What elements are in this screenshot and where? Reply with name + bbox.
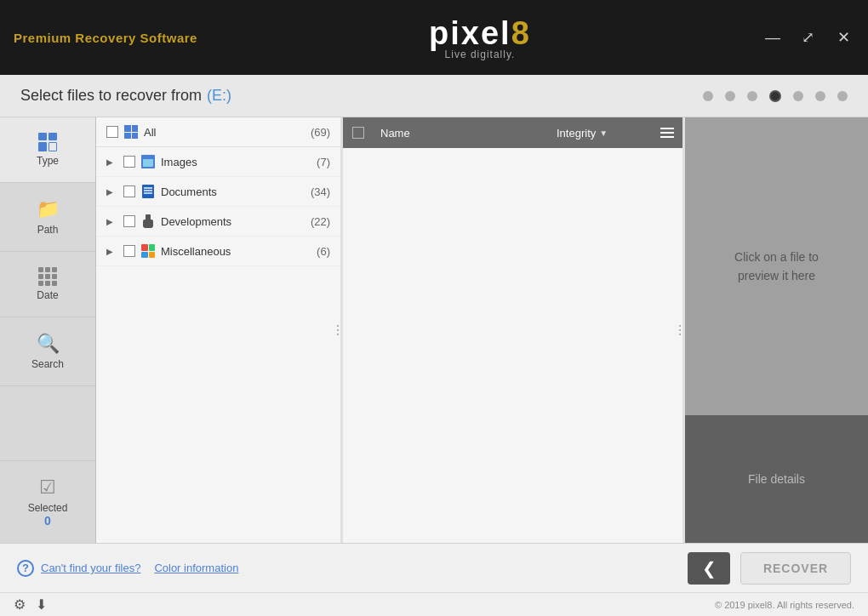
tree-panel-resize-handle[interactable] (335, 317, 340, 343)
logo-word: pixel (429, 15, 511, 51)
expand-documents-icon[interactable]: ▶ (106, 187, 118, 197)
selected-count: 0 (44, 514, 51, 528)
logo-text: pixel8 (429, 15, 531, 52)
tree-row-developments[interactable]: ▶ Developments (22) (96, 207, 340, 237)
miscellaneous-count: (6) (317, 245, 330, 258)
file-list-header: Name Integrity ▼ (343, 117, 682, 148)
main-content: Type 📁 Path Date 🔍 Search ☑ (0, 117, 868, 543)
documents-checkbox[interactable] (123, 185, 135, 197)
step-dot-3[interactable] (747, 91, 757, 101)
footer: ⚙ ⬇ © 2019 pixel8. All rights reserved. (0, 592, 868, 616)
developments-count: (22) (311, 215, 330, 228)
file-list-panel: Name Integrity ▼ (343, 117, 685, 543)
file-list-resize-handle[interactable] (677, 322, 682, 339)
color-info-link[interactable]: Color information (154, 562, 238, 574)
expand-images-icon[interactable]: ▶ (106, 157, 118, 167)
logo-dot: 8 (511, 15, 531, 51)
documents-count: (34) (311, 185, 330, 198)
step-bar-title: Select files to recover from (20, 87, 202, 105)
preview-area: Click on a file topreview it here (685, 117, 868, 415)
tree-row-images[interactable]: ▶ Images (7) (96, 147, 340, 177)
document-icon (140, 184, 156, 199)
expand-miscellaneous-icon[interactable]: ▶ (106, 247, 118, 256)
file-details-area: File details (685, 415, 868, 543)
sidebar-item-type[interactable]: Type (0, 117, 95, 183)
sidebar-item-path[interactable]: 📁 Path (0, 183, 95, 252)
hamburger-icon (660, 128, 674, 138)
copyright: © 2019 pixel8. All rights reserved. (715, 600, 854, 610)
sidebar-selected: ☑ Selected 0 (0, 460, 95, 543)
back-button[interactable]: ❮ (688, 552, 730, 585)
maximize-button[interactable]: ⤢ (798, 27, 819, 48)
col-integrity-header[interactable]: Integrity ▼ (550, 127, 652, 140)
miscellaneous-label: Miscellaneous (161, 245, 311, 258)
step-dots (703, 90, 848, 102)
selected-check-icon: ☑ (39, 476, 56, 499)
sidebar-item-search[interactable]: 🔍 Search (0, 317, 95, 386)
expand-developments-icon[interactable]: ▶ (106, 217, 118, 226)
preview-panel: Click on a file topreview it here File d… (685, 117, 868, 543)
header-checkbox-col (343, 127, 374, 139)
recover-button[interactable]: RECOVER (740, 552, 851, 585)
tree-row-miscellaneous[interactable]: ▶ Miscellaneous (6) (96, 237, 340, 266)
header-checkbox[interactable] (352, 127, 364, 139)
preview-message: Click on a file topreview it here (734, 248, 819, 286)
bottom-bar: ? Can't find your files? Color informati… (0, 543, 868, 592)
step-dot-7[interactable] (837, 91, 848, 101)
sidebar: Type 📁 Path Date 🔍 Search ☑ (0, 117, 96, 543)
images-checkbox[interactable] (123, 156, 135, 168)
developments-label: Developments (161, 215, 306, 228)
sidebar-search-label: Search (31, 358, 64, 370)
all-checkbox[interactable] (106, 126, 118, 138)
update-icon[interactable]: ⬇ (36, 596, 47, 613)
step-dot-5[interactable] (793, 91, 803, 101)
sidebar-date-label: Date (37, 289, 58, 301)
integrity-label: Integrity (557, 127, 596, 140)
step-dot-4[interactable] (769, 90, 781, 102)
tree-all-row[interactable]: All (69) (96, 117, 340, 147)
col-name-header[interactable]: Name (374, 127, 550, 140)
sort-icon[interactable]: ▼ (599, 128, 608, 138)
sidebar-type-label: Type (37, 155, 59, 167)
footer-icons: ⚙ ⬇ (14, 596, 47, 613)
all-label: All (144, 126, 306, 139)
file-list-body (343, 148, 682, 543)
selected-label: Selected (28, 502, 68, 514)
logo: pixel8 Live digitally. (429, 15, 531, 60)
step-dot-1[interactable] (703, 91, 713, 101)
settings-icon[interactable]: ⚙ (14, 596, 26, 613)
col-menu-button[interactable] (652, 128, 682, 138)
minimize-button[interactable]: — (762, 27, 783, 48)
step-bar-drive: (E:) (207, 87, 231, 105)
sidebar-item-date[interactable]: Date (0, 252, 95, 317)
window-controls: — ⤢ ✕ (762, 27, 854, 48)
help-icon[interactable]: ? (17, 560, 34, 577)
developments-checkbox[interactable] (123, 215, 135, 227)
path-icon: 📁 (37, 198, 60, 220)
logo-sub: Live digitally. (445, 48, 516, 60)
flask-icon (140, 214, 156, 229)
bottom-actions: ❮ RECOVER (688, 552, 851, 585)
images-label: Images (161, 156, 311, 168)
tree-row-documents[interactable]: ▶ Documents (34) (96, 177, 340, 207)
all-grid-icon (123, 124, 139, 140)
miscellaneous-checkbox[interactable] (123, 245, 135, 257)
windows-icon (140, 243, 156, 259)
date-icon (38, 267, 57, 286)
step-bar: Select files to recover from (E:) (0, 75, 868, 117)
all-count: (69) (311, 126, 330, 139)
app-name: Premium Recovery Software (14, 31, 197, 45)
file-tree-panel: All (69) ▶ Images (7) ▶ Documents (34) ▶ (96, 117, 343, 543)
file-details-label: File details (748, 472, 805, 486)
title-bar: Premium Recovery Software pixel8 Live di… (0, 0, 868, 75)
image-icon (140, 154, 156, 169)
type-icon (38, 133, 57, 151)
search-icon: 🔍 (37, 333, 60, 355)
step-dot-2[interactable] (725, 91, 735, 101)
images-count: (7) (317, 156, 330, 168)
sidebar-path-label: Path (37, 224, 59, 236)
documents-label: Documents (161, 185, 306, 198)
step-dot-6[interactable] (815, 91, 825, 101)
cant-find-link[interactable]: Can't find your files? (41, 562, 140, 574)
close-button[interactable]: ✕ (834, 27, 854, 48)
